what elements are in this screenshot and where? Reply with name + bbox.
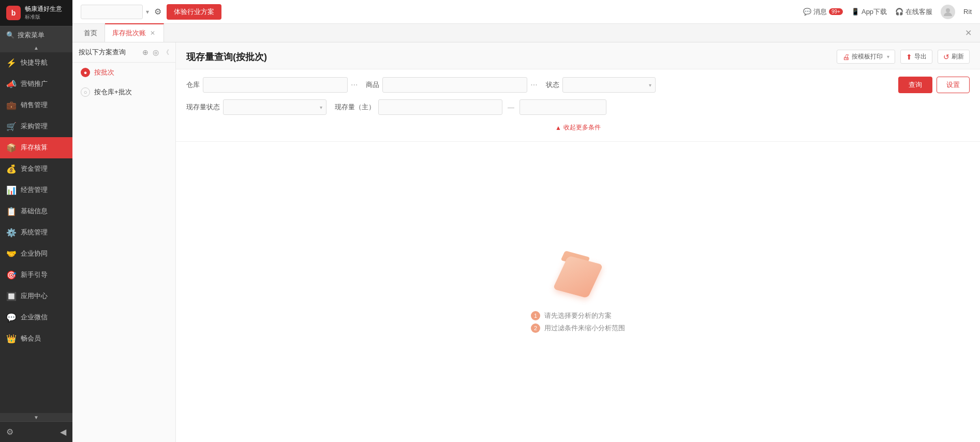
marketing-icon: 📣 [6, 79, 17, 89]
sidebar-item-label: 销售管理 [21, 100, 48, 110]
inventory-main-dash: — [506, 104, 516, 111]
sidebar-scroll-down[interactable]: ▼ [0, 413, 72, 421]
left-panel: 按以下方案查询 ⊕ ◎ 《 ● 按批次 ○ 按仓库+批次 [72, 42, 176, 442]
search-icon: 🔍 [6, 31, 14, 39]
product-dots[interactable]: ··· [530, 80, 537, 90]
scheme-item-by-batch[interactable]: ● 按批次 [72, 63, 175, 82]
filter-row-2: 现存量状态 ▾ 现存量（主） — [186, 99, 970, 115]
scheme-item-by-warehouse-batch[interactable]: ○ 按仓库+批次 [72, 82, 175, 102]
query-button[interactable]: 查询 [898, 77, 932, 93]
sidebar-item-system[interactable]: ⚙️ 系统管理 [0, 222, 72, 243]
inventory-main-from-input[interactable] [378, 99, 502, 115]
collapse-more-label: 收起更多条件 [563, 123, 601, 132]
collapse-up-icon: ▲ [555, 124, 561, 131]
basic-info-icon: 📋 [6, 207, 17, 216]
avatar[interactable] [941, 5, 955, 19]
hint-item-2: 2 用过滤条件来缩小分析范围 [531, 323, 625, 333]
topbar-actions: 💬 消息 99+ 📱 App下载 🎧 在线客服 Rit [803, 5, 972, 19]
sidebar-item-quick-nav[interactable]: ⚡ 快捷导航 [0, 52, 72, 73]
export-button[interactable]: ⬆ 导出 [900, 50, 932, 64]
sidebar-item-operations[interactable]: 📊 经营管理 [0, 180, 72, 201]
sidebar: b 畅康通好生意 标准版 🔍 搜索菜单 ▲ ⚡ 快捷导航 📣 营销推广 💼 销售… [0, 0, 72, 442]
tab-close-right-icon[interactable]: ✕ [961, 28, 976, 38]
left-panel-title: 按以下方案查询 [79, 48, 126, 57]
sidebar-item-label: 系统管理 [21, 228, 48, 237]
online-service-label: 在线客服 [905, 7, 932, 17]
refresh-icon: ↺ [943, 53, 949, 61]
sidebar-item-member[interactable]: 👑 畅会员 [0, 328, 72, 349]
warehouse-filter: 仓库 ··· [186, 77, 358, 93]
app-center-icon: 🔲 [6, 291, 17, 301]
sidebar-item-sales[interactable]: 💼 销售管理 [0, 95, 72, 116]
collapse-panel-icon[interactable]: 《 [163, 48, 169, 57]
tab-home[interactable]: 首页 [77, 24, 105, 42]
sidebar-item-label: 畅会员 [21, 334, 41, 343]
settings-scheme-icon[interactable]: ◎ [153, 48, 159, 56]
breadcrumb-input[interactable] [81, 5, 143, 19]
sidebar-item-inventory[interactable]: 📦 库存核算 [0, 137, 72, 158]
empty-illustration [552, 251, 604, 303]
sidebar-item-newbie[interactable]: 🎯 新手引导 [0, 264, 72, 286]
inventory-main-label: 现存量（主） [335, 102, 375, 112]
collapse-more-btn[interactable]: ▲ 收起更多条件 [186, 121, 970, 136]
settings-icon[interactable]: ⚙ [6, 427, 13, 437]
messages-btn[interactable]: 💬 消息 99+ [803, 7, 843, 17]
sidebar-item-label: 企业协同 [21, 249, 48, 258]
app-download-icon: 📱 [851, 8, 859, 16]
sidebar-item-enterprise-wechat[interactable]: 💬 企业微信 [0, 307, 72, 328]
online-service-btn[interactable]: 🎧 在线客服 [895, 7, 932, 17]
topbar-gear-icon[interactable]: ⚙ [154, 7, 161, 17]
tab-inventory-batch-label: 库存批次账 [112, 28, 146, 38]
settings-button[interactable]: 设置 [937, 77, 970, 93]
empty-hints: 1 请先选择要分析的方案 2 用过滤条件来缩小分析范围 [531, 311, 625, 333]
warehouse-dots[interactable]: ··· [351, 80, 358, 90]
inventory-status-select[interactable] [223, 99, 326, 115]
app-download-btn[interactable]: 📱 App下载 [851, 7, 887, 17]
sidebar-item-app-center[interactable]: 🔲 应用中心 [0, 286, 72, 307]
sidebar-item-marketing[interactable]: 📣 营销推广 [0, 73, 72, 95]
warehouse-input[interactable] [203, 77, 348, 93]
product-input[interactable] [382, 77, 527, 93]
page-title: 现存量查询(按批次) [186, 51, 267, 63]
status-select-wrap: ▾ [562, 77, 656, 93]
filter-row-1: 仓库 ··· 商品 ··· 状态 [186, 77, 970, 93]
hint-item-1: 1 请先选择要分析的方案 [531, 311, 625, 320]
tab-close-icon[interactable]: ✕ [149, 30, 156, 37]
hint-text-1: 请先选择要分析的方案 [544, 311, 612, 320]
trial-button[interactable]: 体验行业方案 [167, 4, 221, 20]
left-panel-icons: ⊕ ◎ 《 [142, 48, 169, 57]
search-label: 搜索菜单 [18, 31, 44, 40]
collapse-sidebar-icon[interactable]: ◀ [60, 427, 66, 437]
refresh-button[interactable]: ↺ 刷新 [938, 50, 970, 64]
tab-inventory-batch[interactable]: 库存批次账 ✕ [105, 23, 164, 42]
table-area: 1 请先选择要分析的方案 2 用过滤条件来缩小分析范围 [176, 142, 980, 442]
status-select[interactable] [562, 77, 656, 93]
sidebar-item-label: 企业微信 [21, 313, 48, 322]
sidebar-scroll-up[interactable]: ▲ [0, 44, 72, 52]
breadcrumb-chevron-icon[interactable]: ▾ [146, 8, 149, 16]
sidebar-item-basic-info[interactable]: 📋 基础信息 [0, 201, 72, 222]
operations-icon: 📊 [6, 185, 17, 195]
status-filter: 状态 ▾ [546, 77, 656, 93]
print-chevron-icon[interactable]: ▾ [887, 54, 889, 60]
export-icon: ⬆ [906, 53, 912, 61]
sidebar-header: b 畅康通好生意 标准版 [0, 0, 72, 26]
username-label[interactable]: Rit [963, 8, 972, 16]
sidebar-brand: 畅康通好生意 标准版 [25, 5, 62, 21]
sidebar-search[interactable]: 🔍 搜索菜单 [0, 26, 72, 44]
tab-home-label: 首页 [84, 28, 97, 38]
messages-badge: 99+ [829, 8, 843, 15]
messages-label: 消息 [813, 7, 827, 17]
filter-actions: 查询 设置 [898, 77, 970, 93]
print-button[interactable]: 🖨 按模板打印 ▾ [837, 50, 895, 64]
sidebar-item-enterprise[interactable]: 🤝 企业协同 [0, 243, 72, 264]
sidebar-item-label: 快捷导航 [21, 58, 48, 67]
tabbar: 首页 库存批次账 ✕ ✕ [72, 24, 980, 42]
add-scheme-icon[interactable]: ⊕ [142, 48, 149, 56]
messages-icon: 💬 [803, 8, 811, 16]
inventory-main-to-input[interactable] [519, 99, 606, 115]
sidebar-item-purchase[interactable]: 🛒 采购管理 [0, 116, 72, 137]
headset-icon: 🎧 [895, 8, 903, 16]
scheme-inactive-dot: ○ [81, 87, 90, 97]
sidebar-item-finance[interactable]: 💰 资金管理 [0, 158, 72, 180]
